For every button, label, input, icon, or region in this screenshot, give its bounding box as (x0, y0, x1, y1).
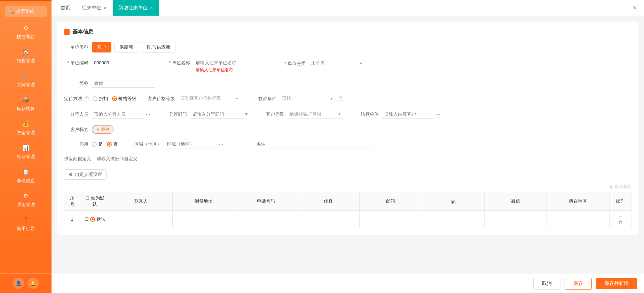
sidebar-item-inventory[interactable]: 📦 库存核算 (0, 91, 52, 115)
purchase-icon: 🛒 (21, 71, 31, 81)
radio-price-level-circle (112, 96, 117, 101)
tab-partner-list-close[interactable]: ✕ (103, 6, 107, 10)
payment-terms-label: 收款条件 (252, 96, 280, 102)
btn-unit-type-customer[interactable]: 客户 (92, 42, 111, 52)
table-row: 1 ☐ 默认 (64, 211, 631, 228)
add-row-icon[interactable]: ＋ (618, 214, 622, 219)
sidebar-item-label: 经营管理 (17, 154, 35, 160)
col-default-checkbox[interactable]: ☐ (85, 195, 89, 201)
region-input[interactable] (165, 140, 217, 148)
region-more-btn[interactable]: ··· (217, 141, 225, 147)
user-icon[interactable]: 👤 (13, 278, 24, 289)
disabled-label: 停用 (64, 141, 92, 147)
settlement-unit-more-btn[interactable]: ··· (434, 111, 442, 117)
cell-region[interactable] (547, 211, 609, 228)
sidebar-item-label: 新手引导 (17, 226, 35, 232)
section-title: 基本信息 (64, 29, 631, 35)
payment-terms-select[interactable]: 现结 ▼ (280, 94, 336, 103)
unit-code-input[interactable] (92, 59, 155, 67)
home-icon: ⊙ (21, 23, 31, 33)
customer-price-level-select[interactable]: 请选择客户价格等级 ▼ (178, 94, 241, 103)
tab-home-label: 首页 (61, 5, 70, 11)
sidebar-item-basic[interactable]: 📋 基础信息 (0, 163, 52, 187)
delete-row-icon[interactable]: 🗑 (618, 220, 622, 225)
department-input[interactable] (190, 110, 243, 119)
sidebar-item-label: 基础信息 (17, 178, 35, 184)
tab-partner-new-label: 新增往来单位 (118, 5, 148, 11)
tab-partner-new[interactable]: 新增往来单位 ✕ (113, 0, 159, 16)
unit-code-group: 单位编码 (64, 59, 155, 67)
unit-type-buttons: 客户 供应商 客户/供应商 (92, 42, 175, 52)
col-index: 序号 (64, 192, 80, 211)
save-button[interactable]: 保存 (565, 278, 592, 290)
settlement-unit-input[interactable] (382, 110, 434, 119)
cell-address[interactable] (172, 211, 235, 228)
col-default: ☐ 设为默认 (80, 192, 110, 211)
sidebar-item-guide[interactable]: ❓ 新手引导 (0, 211, 52, 235)
customer-level-select[interactable]: 请选择客户等级 ▼ (288, 109, 343, 119)
sidebar-item-sales[interactable]: 🏠 销售管理 (0, 43, 52, 67)
supplier-custom-input[interactable] (95, 155, 171, 163)
notification-icon[interactable]: 🔔 (28, 278, 39, 289)
sidebar-item-finance[interactable]: 💰 资金管理 (0, 115, 52, 139)
add-tag-button[interactable]: ＋ 标签 (92, 125, 113, 134)
contact-table: 序号 ☐ 设为默认 联系人 到货地址 电话号码 传真 邮箱 qq 微信 所在地区 (64, 192, 631, 228)
batch-delete-label[interactable]: 批量删除 (615, 184, 631, 190)
manager-row: 分管人员 ··· 分管部门 ▼ 客户等级 请选择客户等级 ▼ (64, 109, 631, 119)
department-group: 分管部门 ▼ (163, 110, 249, 119)
tab-partner-new-close[interactable]: ✕ (150, 6, 153, 10)
col-fax: 传真 (297, 192, 360, 211)
chevron-down-icon-2: ▼ (235, 97, 239, 100)
close-all-tabs[interactable]: ✕ (629, 5, 641, 11)
remark-input[interactable] (269, 140, 374, 148)
pricing-help-icon[interactable]: ? (84, 96, 89, 101)
unit-name-input[interactable] (194, 59, 270, 67)
unit-category-value: 未分类 (311, 60, 325, 66)
manager-more-btn[interactable]: ··· (144, 111, 151, 117)
sidebar-item-search[interactable]: 🔍 搜索菜单 (5, 6, 47, 17)
btn-unit-type-both[interactable]: 客户/供应商 (141, 42, 175, 52)
section-title-text: 基本信息 (72, 29, 93, 35)
cell-wechat[interactable] (485, 211, 547, 228)
tab-partner-list[interactable]: 往来单位 ✕ (76, 0, 113, 16)
save-new-button[interactable]: 保存并新增 (596, 278, 637, 289)
tab-bar: 首页 往来单位 ✕ 新增往来单位 ✕ ✕ (52, 0, 644, 16)
batch-delete-area: 🗑 批量删除 (64, 184, 631, 190)
col-contact: 联系人 (110, 192, 172, 211)
row-default-radio[interactable]: 默认 (90, 216, 105, 222)
sidebar-item-system[interactable]: ⚙ 系统管理 (0, 187, 52, 211)
btn-unit-type-supplier[interactable]: 供应商 (114, 42, 138, 52)
cell-contact[interactable] (110, 211, 172, 228)
unit-name-label: 单位名称 (166, 60, 194, 66)
pricing-method-radios: 折扣 价格等级 (93, 96, 136, 102)
abbreviation-input[interactable] (92, 79, 155, 88)
col-wechat: 微信 (485, 192, 547, 211)
sidebar-item-purchase[interactable]: 🛒 采购管理 (0, 67, 52, 91)
custom-settings-button[interactable]: ⚙ 自定义项设置 (64, 169, 107, 180)
radio-discount-circle (93, 96, 97, 101)
unit-type-label: 单位类型 (64, 44, 92, 50)
payment-terms-help-icon[interactable]: ? (338, 96, 343, 101)
customer-level-label: 客户等级 (260, 111, 288, 117)
radio-no[interactable]: 否 (107, 141, 118, 147)
supplier-custom-row: 供应商自定义 (64, 155, 631, 163)
cell-phone[interactable] (235, 211, 297, 228)
manager-input[interactable] (92, 110, 144, 119)
payment-terms-group: 收款条件 现结 ▼ ? (252, 94, 343, 103)
cell-email[interactable] (360, 211, 422, 228)
cell-fax[interactable] (297, 211, 360, 228)
radio-yes[interactable]: 是 (92, 141, 103, 147)
sidebar-item-quicknav[interactable]: ⊙ 快捷导航 (0, 19, 52, 43)
tab-home[interactable]: 首页 (55, 0, 76, 16)
sidebar: 🔍 搜索菜单 ⊙ 快捷导航 🏠 销售管理 🛒 采购管理 📦 库存核算 💰 资金管… (0, 0, 52, 293)
cancel-button[interactable]: 取消 (533, 278, 560, 290)
sidebar-top-bar (0, 0, 52, 1)
settlement-unit-label: 结算单位 (354, 111, 382, 117)
unit-category-select[interactable]: 未分类 ▼ (309, 59, 365, 68)
radio-discount[interactable]: 折扣 (93, 96, 108, 102)
row-checkbox[interactable]: ☐ (85, 217, 89, 222)
sidebar-item-operations[interactable]: 📊 经营管理 (0, 139, 52, 163)
cell-qq[interactable] (422, 211, 484, 228)
radio-price-level[interactable]: 价格等级 (112, 96, 136, 102)
col-region: 所在地区 (547, 192, 609, 211)
